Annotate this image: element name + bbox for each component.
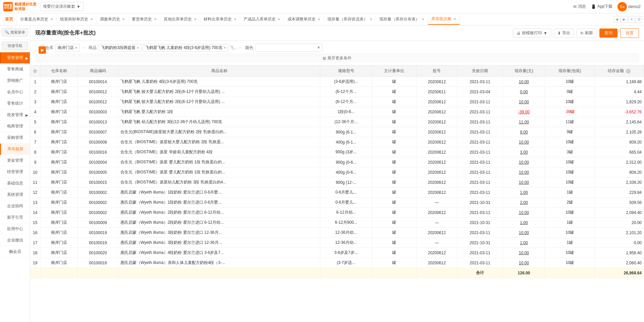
tab-xiancun1[interactable]: 现存量（库存状况表） ✕	[324, 14, 376, 25]
search-menu-btn[interactable]: 🔍 搜索菜单	[2, 28, 28, 37]
sidebar-item-retail-mgmt[interactable]: 零售管理 ▶	[0, 52, 30, 64]
sidebar-item-member[interactable]: 会员中心	[0, 87, 30, 98]
tab-chengpin[interactable]: 产成品入库单历史 ✕	[240, 14, 284, 25]
sidebar-item-appcenter[interactable]: 应用中心	[0, 223, 30, 235]
close-icon[interactable]: ✕	[318, 17, 320, 21]
gear-icon[interactable]: ⚙	[33, 68, 37, 74]
query-btn[interactable]: 查询	[599, 29, 618, 38]
sidebar-item-system[interactable]: 系统管理	[0, 189, 30, 201]
cell-qty-main[interactable]: 2.00	[503, 198, 545, 208]
close-icon[interactable]: ✕	[453, 17, 456, 21]
cell-qty-main[interactable]: 1.00	[503, 187, 545, 198]
cell-warehouse: 南岸门店	[40, 258, 77, 268]
sidebar-item-guide[interactable]: 新手引导	[0, 212, 30, 223]
cell-no: 1	[30, 77, 40, 87]
product-more-dots[interactable]: ···	[238, 45, 242, 50]
sidebar-item-basic[interactable]: 基础信息	[0, 178, 30, 189]
tab-home[interactable]: 首页	[2, 14, 17, 25]
tab-cailiaochu[interactable]: 材料出库单历史 ✕	[200, 14, 240, 25]
cell-spec: 0-6月婴儿...	[320, 187, 372, 198]
nav-close-btn[interactable]: ✕	[628, 16, 635, 23]
sidebar-item-retail-mgmt-label: 零售管理	[7, 55, 23, 61]
cell-qty-main[interactable]: -39.00	[503, 107, 545, 117]
tab-xiancun2[interactable]: 现存量（库存分布表） ✕	[376, 14, 428, 25]
sidebar-item-wechat[interactable]: 企业微信	[0, 235, 30, 246]
settings-btn[interactable]: 设置	[620, 28, 639, 38]
export-btn[interactable]: ⬇ 导出	[554, 29, 574, 38]
tab-fenpan[interactable]: 分量盘点单历史 ✕	[17, 14, 57, 25]
cell-qty-main[interactable]: 10.00	[503, 258, 545, 268]
sidebar-item-retail-stats[interactable]: 零售统计	[0, 98, 30, 109]
sidebar-item-wholesale[interactable]: 批发管理 ▶	[0, 109, 30, 121]
sidebar-item-basic-label: 基础信息	[7, 181, 23, 185]
cell-unit: 罐	[372, 177, 417, 187]
close-icon[interactable]: ✕	[194, 17, 197, 21]
close-icon[interactable]: ✕	[122, 17, 125, 21]
nav-right-arrow[interactable]: ▶	[621, 16, 628, 23]
cell-expire: 2021-10-31	[457, 238, 503, 248]
close-icon[interactable]: ✕	[50, 17, 53, 21]
cell-qty-main[interactable]: 10.00	[503, 228, 545, 238]
warehouse-tags: 南岸门店 ✕	[55, 44, 80, 52]
tag-close-icon[interactable]: ✕	[75, 46, 77, 50]
app-download-btn[interactable]: 📱 App下载	[591, 4, 612, 9]
nav-left-arrow[interactable]: ◀	[613, 16, 620, 23]
cell-qty-main[interactable]: 10.00	[503, 137, 545, 147]
message-btn[interactable]: ✉ 消息	[573, 4, 586, 9]
tab-chengbentj[interactable]: 成本调整单历史 ✕	[284, 14, 324, 25]
sidebar-item-finance[interactable]: 资金管理	[0, 155, 30, 166]
cell-qty-main[interactable]: 10.00	[503, 97, 545, 107]
sidebar-item-operations[interactable]: 经营管理	[0, 166, 30, 178]
expand-toggle[interactable]: ▶	[39, 46, 46, 54]
tab-yaohuo[interactable]: 要货单历史 ✕	[128, 14, 160, 25]
product-tag-2-close[interactable]: ✕	[223, 46, 226, 50]
close-icon[interactable]: ✕	[234, 17, 236, 21]
table-row: 9 南岸门店 00100004 合生元（BIOSTIME）派星 婴儿配方奶粉 1…	[30, 157, 644, 167]
cell-qty-main[interactable]: 9.00	[503, 127, 545, 137]
cell-qty-main[interactable]: 1.00	[503, 238, 545, 248]
sidebar-item-inventory[interactable]: 库存核算	[0, 144, 30, 155]
tab-kucunpz[interactable]: 库存批次账 ✕	[428, 14, 460, 25]
cell-qty-main[interactable]: 10.00	[503, 248, 545, 258]
color-dropdown-arrow[interactable]: ▼	[317, 45, 321, 50]
print-btn[interactable]: 🖨 按模板打印 ▼	[513, 29, 551, 38]
sidebar-item-member2[interactable]: 畅会员	[0, 246, 30, 258]
close-icon[interactable]: ✕	[370, 17, 372, 21]
cell-qty-main[interactable]: 10.00	[503, 157, 545, 167]
cell-qty-main[interactable]: 0.00	[503, 87, 545, 97]
info-icon[interactable]: i	[626, 69, 631, 73]
sidebar-item-retail-mall[interactable]: 零售商城	[0, 64, 30, 75]
sidebar-item-ecommerce[interactable]: 电商管理	[0, 121, 30, 132]
expand-more-btn[interactable]: ⊞ 展开更多条件	[35, 54, 639, 62]
cell-expire: 2021-03-11	[457, 208, 503, 218]
tab-diaob[interactable]: 调拨单历史 ✕	[97, 14, 128, 25]
close-icon[interactable]: ✕	[90, 17, 93, 21]
cell-code: 00100005	[77, 167, 118, 177]
cell-qty-main[interactable]: 1.00	[503, 218, 545, 228]
tab-diaob-label: 调拨单历史	[100, 16, 120, 22]
tab-zuzhuang[interactable]: 组装拆卸单历史 ✕	[57, 14, 97, 25]
cell-qty-main[interactable]: 11.00	[503, 117, 545, 127]
cell-qty-main[interactable]: 10.00	[503, 208, 545, 218]
store-selector[interactable]: 母婴行业演示账套 ▼	[40, 2, 84, 11]
close-icon[interactable]: ✕	[154, 17, 157, 21]
cell-qty-main[interactable]: 10.00	[503, 167, 545, 177]
sidebar-item-collab[interactable]: 企业协同	[0, 201, 30, 212]
close-icon[interactable]: ✕	[278, 17, 280, 21]
refresh-btn[interactable]: ↻ 刷新	[577, 29, 597, 38]
sidebar-item-purchase[interactable]: 采购管理	[0, 132, 30, 144]
product-tag-1-close[interactable]: ✕	[137, 46, 139, 50]
sidebar-item-marketing[interactable]: 营销推广	[0, 75, 30, 87]
cell-qty-main[interactable]: 10.00	[503, 77, 545, 87]
cell-spec: (6-12个月...	[320, 97, 372, 107]
avatar-text: Ea	[620, 5, 625, 9]
filter-more-dots[interactable]: ···	[82, 45, 85, 50]
quick-nav-btn[interactable]: 快捷导航	[2, 42, 28, 50]
nav-menu-btn[interactable]: ☰	[636, 16, 642, 23]
cell-qty-main[interactable]: 10.00	[503, 177, 545, 187]
user-area[interactable]: Ea demo2	[618, 2, 641, 11]
cell-spec: 900g (0-6...	[320, 157, 372, 167]
close-icon[interactable]: ✕	[422, 17, 424, 21]
tab-qitachu[interactable]: 其他出库单历史 ✕	[160, 14, 200, 25]
cell-qty-main[interactable]: 3.00	[503, 147, 545, 157]
